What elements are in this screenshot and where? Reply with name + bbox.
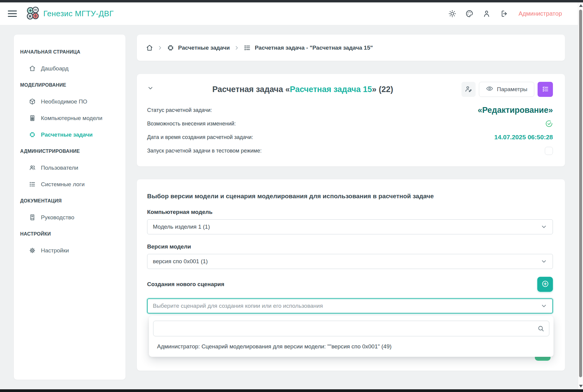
version-select[interactable]: версия спо 0x001 (1) <box>147 254 553 269</box>
breadcrumb: Расчетные задачи Расчетная задача - "Рас… <box>137 35 565 61</box>
home-icon[interactable] <box>146 44 153 51</box>
scenario-select[interactable]: Выберите сценарий для создания копии или… <box>147 298 553 313</box>
sidebar-item-manual[interactable]: Руководство <box>14 209 125 226</box>
calculator-icon <box>29 115 36 122</box>
home-icon <box>29 65 36 72</box>
model-select-value: Модель изделия 1 (1) <box>153 224 210 230</box>
menu-toggle-icon[interactable] <box>8 10 18 18</box>
list-icon <box>29 181 36 188</box>
chevron-down-icon <box>541 258 547 265</box>
user-profile-icon[interactable] <box>483 10 491 18</box>
version-label: Версия модели <box>147 243 553 250</box>
logo-icon <box>26 6 40 21</box>
current-user-label[interactable]: Администратор <box>519 10 562 17</box>
editable-row: Возможность внесения изменений: <box>147 118 553 129</box>
chevron-right-icon <box>157 45 163 51</box>
test-mode-label: Запуск расчетной задачи в тестовом режим… <box>147 148 262 154</box>
breadcrumb-item-tasks[interactable]: Расчетные задачи <box>178 45 230 51</box>
sidebar-section-administration: АДМИНИСТРИРОВАНИЕ <box>14 143 125 159</box>
sidebar-item-dashboard[interactable]: Дашбоард <box>14 60 125 77</box>
scenario-label: Создания нового сценария <box>147 281 224 288</box>
brand[interactable]: Генезис МГТУ-ДВГ <box>26 6 114 21</box>
brand-title: Генезис МГТУ-ДВГ <box>43 9 114 18</box>
plus-circle-icon <box>541 280 549 289</box>
scenario-search-input[interactable] <box>153 321 549 336</box>
circle-check-icon <box>545 120 553 128</box>
browser-top-strip <box>0 0 583 2</box>
sidebar-section-settings: НАСТРОЙКИ <box>14 226 125 242</box>
scenario-select-placeholder: Выберите сценарий для создания копии или… <box>153 303 323 309</box>
scenario-option[interactable]: Администратор: Сценарий моделирования дл… <box>153 343 549 350</box>
status-label: Статус расчетной задачи: <box>147 107 212 113</box>
status-row: Статус расчетной задачи: «Редактирование… <box>147 105 553 116</box>
chevron-down-icon <box>541 303 547 309</box>
eye-icon <box>486 85 493 94</box>
sidebar-section-modeling: МОДЕЛИРОВАНИЕ <box>14 77 125 93</box>
scroll-down-arrow[interactable] <box>578 384 583 389</box>
breadcrumb-item-current-task: Расчетная задача - "Расчетная задача 15" <box>255 45 373 51</box>
sidebar-section-home: НАЧАЛЬНАЯ СТРАНИЦА <box>14 44 125 60</box>
cpu-icon <box>29 131 36 138</box>
version-select-value: версия спо 0x001 (1) <box>153 258 208 265</box>
chevron-down-icon <box>541 224 547 230</box>
scrollbar[interactable] <box>578 2 583 389</box>
sidebar-section-documentation: ДОКУМЕНТАЦИЯ <box>14 193 125 209</box>
task-title-link[interactable]: Расчетная задача 15 <box>290 85 372 94</box>
book-icon <box>29 214 36 221</box>
cube-icon <box>29 98 36 105</box>
sidebar-item-system-logs[interactable]: Системные логи <box>14 176 125 193</box>
model-label: Компьютерная модель <box>147 209 553 215</box>
task-card: Расчетная задача «Расчетная задача 15» (… <box>137 74 565 166</box>
created-row: Дата и время создания расчетной задачи: … <box>147 132 553 143</box>
sidebar-item-calculation-tasks[interactable]: Расчетные задачи <box>14 126 125 143</box>
logout-icon[interactable] <box>500 10 508 18</box>
cpu-icon <box>167 44 174 51</box>
palette-icon[interactable] <box>465 10 473 18</box>
collapse-chevron-icon[interactable] <box>147 85 156 94</box>
app-header: Генезис МГТУ-ДВГ <box>0 2 583 25</box>
parameters-button[interactable]: Параметры <box>479 82 534 97</box>
sidebar-item-computer-models[interactable]: Компьютерные модели <box>14 110 125 126</box>
scrollbar-thumb[interactable] <box>579 10 582 377</box>
sidebar-item-settings[interactable]: Настройки <box>14 242 125 259</box>
task-title: Расчетная задача «Расчетная задача 15» (… <box>156 85 461 94</box>
add-scenario-button[interactable] <box>537 277 553 292</box>
sidebar: НАЧАЛЬНАЯ СТРАНИЦА Дашбоард МОДЕЛИРОВАНИ… <box>14 35 125 380</box>
model-select[interactable]: Модель изделия 1 (1) <box>147 219 553 234</box>
sidebar-item-required-software[interactable]: Необходимое ПО <box>14 93 125 110</box>
sidebar-item-users[interactable]: Пользователи <box>14 159 125 176</box>
gear-icon <box>29 247 36 254</box>
form-heading: Выбор версии модели и сценария моделиров… <box>147 193 553 200</box>
edit-user-button[interactable] <box>461 82 476 97</box>
checklist-icon <box>541 85 549 94</box>
search-icon <box>537 325 544 332</box>
person-edit-icon <box>464 85 472 94</box>
created-label: Дата и время создания расчетной задачи: <box>147 134 253 140</box>
list-icon <box>244 44 251 51</box>
users-icon <box>29 164 36 171</box>
created-datetime: 14.07.2025 06:50:28 <box>494 134 553 141</box>
chevron-right-icon <box>234 45 240 51</box>
status-value: «Редактирование» <box>478 106 553 115</box>
test-mode-row: Запуск расчетной задачи в тестовом режим… <box>147 145 553 156</box>
editable-label: Возможность внесения изменений: <box>147 121 236 127</box>
browser-bottom-strip <box>0 389 583 392</box>
theme-toggle-icon[interactable] <box>448 10 456 18</box>
checklist-button[interactable] <box>538 82 553 97</box>
model-selection-card: Выбор версии модели и сценария моделиров… <box>137 179 565 371</box>
scroll-up-arrow[interactable] <box>578 3 583 8</box>
test-mode-checkbox[interactable] <box>545 147 553 155</box>
app-window: Генезис МГТУ-ДВГ <box>0 0 583 392</box>
scenario-dropdown: Администратор: Сценарий моделирования дл… <box>149 316 554 357</box>
